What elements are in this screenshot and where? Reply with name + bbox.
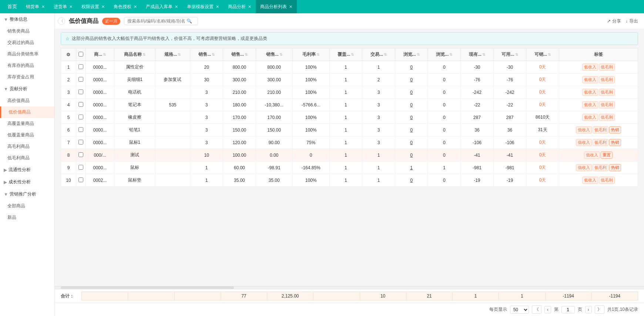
row-checkbox-cell[interactable] xyxy=(76,74,85,86)
views-link[interactable]: 1 xyxy=(410,165,413,170)
sidebar-item-all-products[interactable]: 全部商品 xyxy=(0,200,54,212)
col-sellable[interactable]: 可销... ⇅ xyxy=(526,48,559,61)
col-available[interactable]: 可用... ⇅ xyxy=(493,48,526,61)
sidebar-group-circulation[interactable]: ▶ 流通性分析 xyxy=(0,164,54,176)
sidebar-item-stocked-products[interactable]: 有库存的商品 xyxy=(0,60,54,71)
nav-permissions[interactable]: 权限设置 ✕ xyxy=(77,0,109,13)
sidebar-item-low-value[interactable]: 低价值商品 xyxy=(0,106,54,118)
row-views1[interactable]: 0 xyxy=(395,136,428,149)
nav-template-settings[interactable]: 单据模板设置 ✕ xyxy=(182,0,224,13)
sidebar-item-low-coverage[interactable]: 低覆盖量商品 xyxy=(0,129,54,141)
row-checkbox[interactable] xyxy=(78,140,83,145)
row-checkbox[interactable] xyxy=(78,165,83,170)
sidebar-group-growth[interactable]: ▶ 成长性分析 xyxy=(0,176,54,188)
row-views1[interactable]: 0 xyxy=(395,124,428,136)
nav-purchase-order[interactable]: 进货单 ✕ xyxy=(49,0,77,13)
views-link[interactable]: 0 xyxy=(410,178,413,183)
views-link[interactable]: 0 xyxy=(410,102,413,108)
nav-analysis-list[interactable]: 商品分析列表 ✕ xyxy=(256,0,297,13)
col-sales-qty[interactable]: 销售... ⇅ xyxy=(190,48,223,61)
sidebar-group-marketing[interactable]: ▼ 营销推广分析 xyxy=(0,188,54,200)
per-page-select[interactable]: 50 20 100 xyxy=(510,306,529,314)
col-coverage[interactable]: 覆盖... ⇅ xyxy=(329,48,362,61)
row-checkbox[interactable] xyxy=(78,152,83,157)
page-number-input[interactable] xyxy=(561,306,575,313)
search-input[interactable] xyxy=(127,18,187,24)
row-checkbox-cell[interactable] xyxy=(76,136,85,149)
sidebar-item-inventory-capital[interactable]: 库存资金占用 xyxy=(0,71,54,83)
search-icon[interactable]: 🔍 xyxy=(187,18,192,24)
nav-product-analysis[interactable]: 商品分析 ✕ xyxy=(224,0,256,13)
col-views2[interactable]: 浏览... ⇅ xyxy=(428,48,461,61)
row-checkbox[interactable] xyxy=(78,77,83,82)
views-link[interactable]: 0 xyxy=(410,65,413,70)
select-all-checkbox[interactable] xyxy=(78,52,83,57)
row-views1[interactable]: 0 xyxy=(395,99,428,111)
row-checkbox-cell[interactable] xyxy=(76,124,85,136)
row-views1[interactable]: 0 xyxy=(395,74,428,86)
sidebar-group-contribution[interactable]: ▼ 贡献分析 xyxy=(0,83,54,95)
close-permissions-icon[interactable]: ✕ xyxy=(101,4,105,9)
views-link[interactable]: 0 xyxy=(410,77,413,82)
row-views1[interactable]: 0 xyxy=(395,174,428,187)
col-name[interactable]: 商品名称 ⇅ xyxy=(114,48,155,61)
views-link[interactable]: 0 xyxy=(410,128,413,133)
col-checkbox[interactable] xyxy=(76,48,85,61)
row-checkbox[interactable] xyxy=(78,115,83,119)
col-settings[interactable]: ⚙ xyxy=(61,48,76,61)
close-purchase-order-icon[interactable]: ✕ xyxy=(69,4,73,9)
views-link[interactable]: 0 xyxy=(410,153,413,158)
share-button[interactable]: ↗ 分享 xyxy=(607,18,621,24)
row-views1[interactable]: 1 xyxy=(395,162,428,174)
row-checkbox[interactable] xyxy=(78,127,83,132)
nav-sales-order[interactable]: 销货单 ✕ xyxy=(21,0,49,13)
prev-page-button[interactable]: ‹ xyxy=(544,306,551,313)
nav-home[interactable]: 首页 xyxy=(3,0,21,13)
sidebar-collapse-button[interactable]: 《 xyxy=(58,17,65,25)
col-gross-margin[interactable]: 毛利率 ⇅ xyxy=(292,48,329,61)
sidebar-group-overall[interactable]: ▼ 整体信息 xyxy=(0,13,54,26)
settings-icon[interactable]: ⚙ xyxy=(66,52,70,57)
last-page-button[interactable]: 》 xyxy=(595,305,604,314)
first-page-button[interactable]: 《 xyxy=(532,305,541,314)
row-checkbox[interactable] xyxy=(78,64,83,69)
scrollbar-thumb[interactable] xyxy=(61,286,234,289)
views-link[interactable]: 0 xyxy=(410,115,413,120)
row-checkbox[interactable] xyxy=(78,102,83,107)
row-checkbox-cell[interactable] xyxy=(76,111,85,124)
col-transactions[interactable]: 交易... ⇅ xyxy=(362,48,395,61)
row-views1[interactable]: 0 xyxy=(395,149,428,162)
close-role-auth-icon[interactable]: ✕ xyxy=(134,4,137,9)
close-analysis-list-icon[interactable]: ✕ xyxy=(289,4,292,9)
export-button[interactable]: ↓ 导出 xyxy=(625,18,638,24)
sidebar-item-category-sales-rate[interactable]: 商品分类销售率 xyxy=(0,48,54,60)
views-link[interactable]: 0 xyxy=(410,140,413,145)
close-template-settings-icon[interactable]: ✕ xyxy=(216,4,219,9)
next-page-button[interactable]: › xyxy=(585,306,592,313)
row-checkbox-cell[interactable] xyxy=(76,99,85,111)
col-current-stock[interactable]: 现有... ⇅ xyxy=(461,48,494,61)
horizontal-scrollbar[interactable] xyxy=(55,286,644,289)
col-sales-profit[interactable]: 销售... ⇅ xyxy=(256,48,292,61)
nav-finished-goods[interactable]: 产成品入库单 ✕ xyxy=(141,0,182,13)
close-sales-order-icon[interactable]: ✕ xyxy=(41,4,45,9)
close-product-analysis-icon[interactable]: ✕ xyxy=(248,4,251,9)
sidebar-item-high-coverage[interactable]: 高覆盖量商品 xyxy=(0,118,54,129)
sidebar-item-new-products[interactable]: 新品 xyxy=(0,212,54,223)
nav-role-auth[interactable]: 角色授权 ✕ xyxy=(109,0,141,13)
close-finished-goods-icon[interactable]: ✕ xyxy=(175,4,178,9)
col-spec[interactable]: 规格... ⇅ xyxy=(155,48,190,61)
views-link[interactable]: 0 xyxy=(410,90,413,95)
row-views1[interactable]: 0 xyxy=(395,111,428,124)
col-sales-amount[interactable]: 销售... ⇅ xyxy=(223,48,256,61)
row-checkbox-cell[interactable] xyxy=(76,86,85,99)
row-checkbox-cell[interactable] xyxy=(76,61,85,74)
row-checkbox[interactable] xyxy=(78,89,83,94)
row-checkbox-cell[interactable] xyxy=(76,162,85,174)
row-views1[interactable]: 0 xyxy=(395,61,428,74)
col-views1[interactable]: 浏览... ⇅ xyxy=(395,48,428,61)
row-checkbox[interactable] xyxy=(78,177,83,182)
sidebar-item-high-value[interactable]: 高价值商品 xyxy=(0,95,54,106)
sidebar-item-sales-products[interactable]: 销售类商品 xyxy=(0,26,54,37)
row-checkbox-cell[interactable] xyxy=(76,174,85,187)
